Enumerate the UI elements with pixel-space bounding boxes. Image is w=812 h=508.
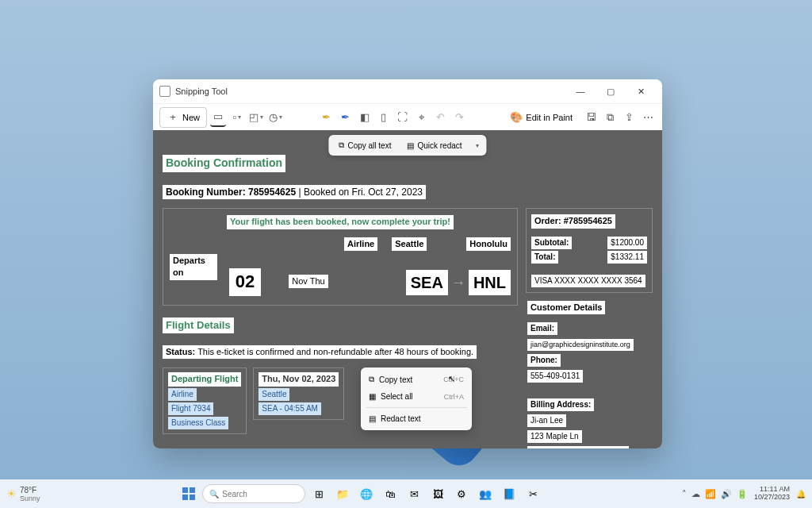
- text-action-bar: ⧉Copy all text ▤Quick redact ▾: [328, 135, 486, 156]
- flight-details-heading: Flight Details: [163, 318, 234, 333]
- weather-condition: Sunny: [20, 495, 40, 502]
- minimize-button[interactable]: —: [565, 80, 596, 102]
- departing-flight-block: Departing Flight Airline Flight 7934 Bus…: [163, 368, 247, 433]
- delay-icon[interactable]: ◷: [267, 108, 283, 127]
- battery-icon[interactable]: 🔋: [737, 489, 748, 499]
- svg-rect-1: [190, 487, 195, 493]
- context-copy-text[interactable]: ⧉Copy textCtrl+C: [361, 371, 472, 388]
- copy-all-text-button[interactable]: ⧉Copy all text: [331, 137, 399, 153]
- copy-icon: ⧉: [339, 140, 344, 150]
- billing-line2: Seattle, Washington 98052: [527, 446, 629, 448]
- weather-widget[interactable]: ☀ 78°F Sunny: [6, 486, 40, 502]
- save-icon[interactable]: 🖫: [583, 108, 599, 127]
- cursor-icon: ↖: [448, 374, 455, 384]
- to-airport-code: HNL: [469, 270, 511, 295]
- titlebar[interactable]: Snipping Tool — ▢ ✕: [153, 79, 662, 103]
- subtotal-label: Subtotal:: [531, 237, 572, 249]
- sun-icon: ☀: [6, 487, 17, 500]
- rect-snip-icon[interactable]: ▭: [210, 108, 226, 127]
- quick-redact-dropdown[interactable]: ▾: [470, 142, 485, 149]
- total-value: $1332.11: [607, 251, 647, 264]
- email-value: jian@graphicdesigninstitute.org: [527, 339, 634, 351]
- video-snip-icon[interactable]: ▫: [229, 108, 245, 127]
- taskbar-clock[interactable]: 11:11 AM 10/27/2023: [754, 486, 790, 502]
- crop-icon[interactable]: ⛶: [395, 108, 411, 127]
- dep-class[interactable]: Business Class: [168, 417, 228, 429]
- system-tray[interactable]: ˄ ☁ 📶 🔊 🔋: [682, 489, 748, 499]
- from-airport-code: SEA: [406, 270, 448, 295]
- snipping-tool-window: Snipping Tool — ▢ ✕ +New ▭ ▫ ◰ ◷ ✒ ✒ ◧ ▯…: [153, 79, 662, 448]
- dep-date[interactable]: Thu, Nov 02, 2023: [259, 372, 339, 386]
- pen-yellow-icon[interactable]: ✒: [319, 108, 335, 127]
- copy-all-label: Copy all text: [347, 141, 391, 150]
- order-box: Order: #785954625 Subtotal:$1200.00 Tota…: [526, 208, 653, 292]
- arrow-icon: →: [451, 275, 465, 291]
- quick-redact-button[interactable]: ▤Quick redact: [399, 138, 469, 153]
- eraser-icon[interactable]: ◧: [357, 108, 373, 127]
- taskbar[interactable]: ☀ 78°F Sunny 🔍Search ⊞ 📁 🌐 🛍 ✉ 🖼 ⚙ 👥 📘 ✂…: [0, 479, 812, 508]
- departs-on-label: Departs on: [170, 254, 217, 280]
- notifications-icon[interactable]: 🔔: [796, 490, 806, 498]
- window-snip-icon[interactable]: ◰: [248, 108, 264, 127]
- edge-icon[interactable]: 🌐: [356, 483, 377, 504]
- customer-details-title: Customer Details: [527, 301, 605, 314]
- taskbar-search[interactable]: 🔍Search: [202, 484, 305, 503]
- total-label: Total:: [531, 251, 558, 264]
- clock-date: 10/27/2023: [754, 494, 790, 502]
- ruler-icon[interactable]: ▯: [376, 108, 392, 127]
- customer-details-box: Customer Details Email: jian@graphicdesi…: [526, 299, 653, 383]
- chevron-up-icon[interactable]: ˄: [682, 489, 687, 499]
- close-button[interactable]: ✕: [626, 80, 656, 102]
- onedrive-icon[interactable]: ☁: [691, 489, 700, 499]
- store-icon[interactable]: 🛍: [380, 483, 400, 504]
- phone-label: Phone:: [527, 354, 561, 367]
- undo-icon[interactable]: ↶: [433, 108, 449, 127]
- trip-summary-box: Your flight has been booked, now complet…: [163, 208, 518, 305]
- redact-icon: ▤: [369, 414, 376, 423]
- new-button[interactable]: +New: [159, 107, 207, 128]
- wifi-icon[interactable]: 📶: [705, 489, 716, 499]
- booking-number-line: Booking Number: 785954625 | Booked on Fr…: [163, 185, 426, 200]
- edit-in-paint-button[interactable]: 🎨Edit in Paint: [503, 107, 580, 128]
- email-label: Email:: [527, 322, 557, 335]
- departing-flight-title: Departing Flight: [168, 372, 241, 386]
- app-title: Snipping Tool: [175, 87, 228, 96]
- dep-airline[interactable]: Airline: [168, 388, 197, 401]
- subtotal-value: $1200.00: [607, 237, 647, 249]
- volume-icon[interactable]: 🔊: [721, 489, 732, 499]
- heading-booking-confirmation: Booking Confirmation: [163, 155, 285, 172]
- start-button[interactable]: [178, 483, 199, 504]
- billing-address-box: Billing Address: Ji-an Lee 123 Maple Ln …: [526, 396, 653, 448]
- text-actions-icon[interactable]: ⌖: [414, 108, 430, 127]
- paint-icon: 🎨: [510, 111, 523, 124]
- trip-booked-message: Your flight has been booked, now complet…: [227, 215, 454, 229]
- copy-icon[interactable]: ⧉: [602, 108, 618, 127]
- task-view-icon[interactable]: ⊞: [308, 483, 329, 504]
- dep-city[interactable]: Seattle: [259, 388, 289, 401]
- select-all-icon: ▦: [369, 392, 376, 401]
- settings-icon[interactable]: ⚙: [451, 483, 472, 504]
- copy-icon: ⧉: [369, 375, 374, 384]
- teams-icon[interactable]: 👥: [475, 483, 496, 504]
- redo-icon[interactable]: ↷: [452, 108, 468, 127]
- mail-icon[interactable]: ✉: [404, 483, 424, 504]
- dep-time[interactable]: SEA - 04:55 AM: [259, 402, 321, 415]
- status-line: Status: This e-ticket is confirmed and n…: [163, 345, 477, 359]
- weather-temp: 78°F: [20, 486, 40, 495]
- snipping-taskbar-icon[interactable]: ✂: [523, 483, 543, 504]
- context-select-all[interactable]: ▦Select allCtrl+A: [361, 388, 472, 405]
- context-redact-text[interactable]: ▤Redact text: [361, 410, 472, 427]
- pen-blue-icon[interactable]: ✒: [338, 108, 354, 127]
- more-icon[interactable]: ⋯: [640, 108, 656, 127]
- phone-value: 555-409-0131: [527, 370, 583, 383]
- share-icon[interactable]: ⇪: [621, 108, 637, 127]
- photos-icon[interactable]: 🖼: [427, 483, 448, 504]
- word-icon[interactable]: 📘: [499, 483, 519, 504]
- explorer-icon[interactable]: 📁: [332, 483, 353, 504]
- dep-flight-number[interactable]: Flight 7934: [168, 402, 213, 415]
- search-icon: 🔍: [209, 490, 219, 498]
- card-line: VISA XXXX XXXX XXXX 3564: [531, 275, 645, 287]
- depart-day: 02: [229, 268, 261, 296]
- billing-name: Ji-an Lee: [527, 414, 566, 427]
- maximize-button[interactable]: ▢: [596, 80, 626, 102]
